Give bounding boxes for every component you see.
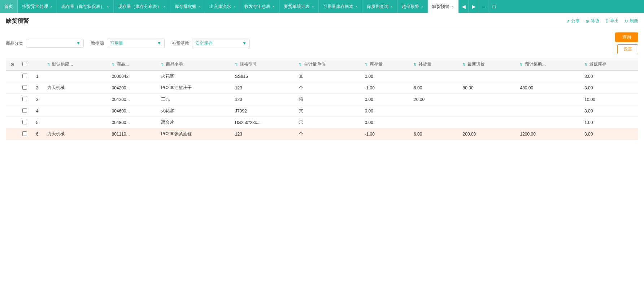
close-icon[interactable]: × — [421, 5, 423, 9]
tab-home[interactable]: 首页 — [0, 0, 18, 13]
sort-icon: ⇅ — [161, 63, 164, 66]
category-label: 商品分类 — [6, 40, 23, 47]
chevron-down-icon: ▼ — [242, 41, 247, 46]
row-minstock-cell: 1.00 — [581, 117, 638, 128]
row-checkbox[interactable] — [22, 108, 27, 113]
row-checkbox[interactable] — [22, 74, 27, 78]
tab-bar: 首页 拣货异常处理 × 现存量（库存状况表） × 现存量（库存分布表） × 库存… — [0, 0, 644, 13]
tab-inventory-status[interactable]: 现存量（库存状况表） × — [57, 0, 114, 13]
row-replenish-cell — [410, 71, 459, 82]
row-checkbox-cell[interactable] — [19, 71, 31, 82]
close-icon[interactable]: × — [273, 5, 275, 9]
tab-expiry[interactable]: 保质期查询 × — [362, 0, 397, 13]
row-replenish-cell: 20.00 — [410, 94, 459, 105]
col-name-header[interactable]: ⇅ 商品名称 — [157, 58, 231, 71]
col-replenish-header[interactable]: ⇅ 补货量 — [410, 58, 459, 71]
sort-icon: ⇅ — [235, 63, 238, 66]
tab-minimize-btn[interactable]: – — [479, 0, 489, 13]
table-row: 2 力天机械 004200... PC200油缸庄子 123 个 -1.00 6… — [6, 82, 638, 94]
row-num-cell: 3 — [31, 94, 44, 105]
gear-icon[interactable]: ⚙ — [10, 62, 15, 67]
row-replenish-cell: 6.00 — [410, 128, 459, 140]
row-price-cell — [459, 117, 517, 128]
col-supplier-header[interactable]: ⇅ 默认供应... — [44, 58, 108, 71]
row-checkbox-cell[interactable] — [19, 82, 31, 94]
row-unit-cell: 个 — [295, 82, 361, 94]
sort-icon: ⇅ — [299, 63, 302, 66]
row-checkbox-cell[interactable] — [19, 128, 31, 140]
tab-maximize-btn[interactable]: □ — [489, 0, 499, 13]
close-icon[interactable]: × — [233, 5, 235, 9]
row-unit-cell: 支 — [295, 105, 361, 117]
row-stock-cell: 0.00 — [361, 105, 410, 117]
row-unit-cell: 个 — [295, 128, 361, 140]
share-icon: ⇗ — [566, 19, 570, 24]
row-checkbox-cell[interactable] — [19, 105, 31, 117]
main-content: 缺货预警 ⇗ 分享 ⊕ 补货 ↧ 导出 ↻ 刷新 商品分类 — [0, 13, 644, 287]
close-icon[interactable]: × — [391, 5, 393, 9]
col-code-header[interactable]: ⇅ 商品... — [108, 58, 158, 71]
export-button[interactable]: ↧ 导出 — [605, 18, 619, 24]
col-minstock-header[interactable]: ⇅ 最低库存 — [581, 58, 638, 71]
settings-button[interactable]: 设置 — [617, 44, 638, 54]
close-icon[interactable]: × — [199, 5, 201, 9]
close-icon[interactable]: × — [50, 5, 52, 9]
tab-next-btn[interactable]: ▶ — [469, 0, 479, 13]
row-stock-cell: -1.00 — [361, 82, 410, 94]
row-checkbox-cell[interactable] — [19, 94, 31, 105]
tab-inventory-dist[interactable]: 现存量（库存分布表） × — [114, 0, 170, 13]
category-select[interactable]: ▼ — [26, 39, 84, 48]
datasource-select[interactable]: 可用量 ▼ — [107, 39, 165, 48]
row-checkbox[interactable] — [22, 120, 27, 124]
share-button[interactable]: ⇗ 分享 — [566, 18, 580, 24]
data-table: ⚙ ⇅ 默认供应... ⇅ 商品... ⇅ — [6, 58, 638, 140]
col-spec-header[interactable]: ⇅ 规格型号 — [231, 58, 295, 71]
page-title: 缺货预警 — [6, 17, 29, 25]
tab-batch[interactable]: 库存批次账 × — [170, 0, 205, 13]
select-all-checkbox[interactable] — [22, 62, 27, 66]
row-settings-cell — [6, 105, 19, 117]
tab-summary[interactable]: 收发存汇总表 × — [240, 0, 279, 13]
export-icon: ↧ — [605, 19, 609, 24]
close-icon[interactable]: × — [312, 5, 314, 9]
row-minstock-cell: 8.00 — [581, 105, 638, 117]
tab-picking[interactable]: 拣货异常处理 × — [18, 0, 57, 13]
row-checkbox[interactable] — [22, 97, 27, 101]
tab-prev-btn[interactable]: ◀ — [458, 0, 469, 13]
col-stock-header[interactable]: ⇅ 库存量 — [361, 58, 410, 71]
refresh-button[interactable]: ↻ 刷新 — [625, 18, 638, 24]
tab-available[interactable]: 可用量库存账本 × — [319, 0, 362, 13]
close-icon[interactable]: × — [107, 5, 109, 9]
col-checkbox-header[interactable] — [19, 58, 31, 71]
tab-requisition[interactable]: 要货单统计表 × — [279, 0, 319, 13]
row-unit-cell: 箱 — [295, 94, 361, 105]
row-replenish-cell — [410, 105, 459, 117]
refresh-icon: ↻ — [625, 19, 628, 24]
chevron-down-icon: ▼ — [76, 41, 80, 46]
tab-shortage[interactable]: 缺货预警 × — [428, 0, 458, 13]
table-row: 1 0000042 火花塞 SS816 支 0.00 8.00 — [6, 71, 638, 82]
close-icon[interactable]: × — [356, 5, 358, 9]
replenish-button[interactable]: ⊕ 补货 — [586, 18, 599, 24]
close-icon[interactable]: × — [164, 5, 166, 9]
row-checkbox[interactable] — [22, 85, 27, 90]
query-button[interactable]: 查询 — [615, 32, 638, 42]
col-settings-header[interactable]: ⚙ — [6, 58, 19, 71]
sort-icon: ⇅ — [584, 63, 587, 66]
row-checkbox-cell[interactable] — [19, 117, 31, 128]
row-estimated-cell — [516, 94, 581, 105]
row-settings-cell — [6, 128, 19, 140]
col-estimated-header[interactable]: ⇅ 预计采购... — [516, 58, 581, 71]
base-select[interactable]: 安全库存 ▼ — [192, 39, 250, 48]
sort-icon: ⇅ — [365, 63, 368, 66]
close-icon[interactable]: × — [452, 5, 454, 9]
row-price-cell — [459, 71, 517, 82]
tab-flow[interactable]: 出入库流水 × — [205, 0, 240, 13]
row-minstock-cell: 8.00 — [581, 71, 638, 82]
row-price-cell: 80.00 — [459, 82, 517, 94]
col-unit-header[interactable]: ⇅ 主计量单位 — [295, 58, 361, 71]
tab-overstock[interactable]: 超储预警 × — [397, 0, 428, 13]
col-price-header[interactable]: ⇅ 最新进价 — [459, 58, 517, 71]
row-checkbox[interactable] — [22, 131, 27, 136]
category-filter-group: 商品分类 ▼ — [6, 39, 84, 48]
